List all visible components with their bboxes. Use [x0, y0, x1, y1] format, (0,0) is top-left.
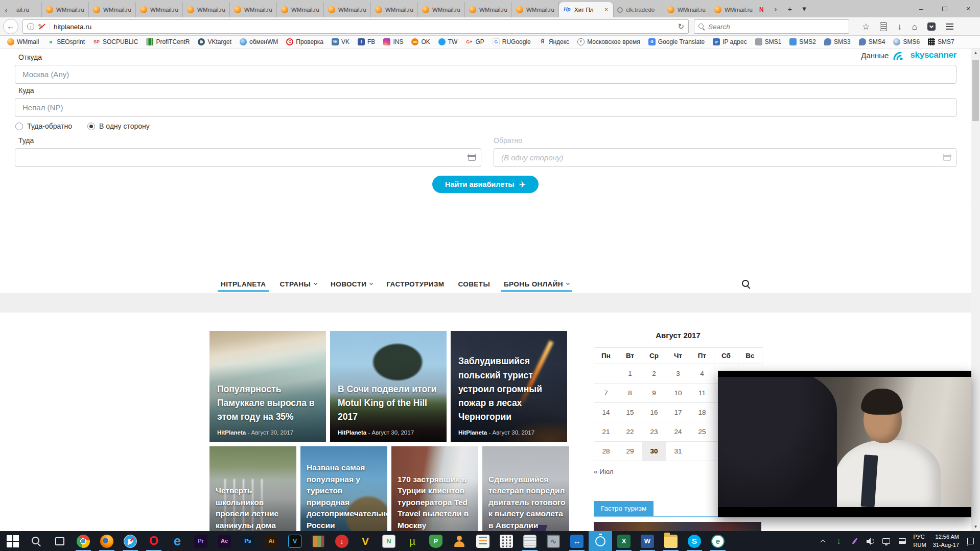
- calendar-day[interactable]: 7: [594, 384, 618, 403]
- action-center-icon[interactable]: [966, 537, 975, 546]
- bookmark-item[interactable]: G+GP: [462, 37, 487, 46]
- bookmark-item[interactable]: ЯЯндекс: [536, 37, 572, 46]
- taskbar-pia-vpn[interactable]: P: [424, 531, 448, 551]
- find-flights-button[interactable]: Найти авиабилеты ✈: [432, 176, 539, 193]
- address-bar[interactable]: i ✎ hitplaneta.ru ↻: [22, 19, 689, 34]
- site-info-icon[interactable]: i: [27, 23, 34, 30]
- calendar-day[interactable]: 17: [666, 403, 690, 422]
- gastro-tourism-section-header[interactable]: Гастро туризм: [594, 501, 654, 516]
- pen-tray-icon[interactable]: [850, 537, 859, 546]
- bookmark-item[interactable]: INS: [380, 37, 406, 46]
- scroll-down-arrow[interactable]: ▼: [971, 522, 980, 531]
- calendar-day[interactable]: 21: [594, 422, 618, 442]
- bookmark-item[interactable]: обменWM: [237, 37, 281, 46]
- calendar-day[interactable]: 25: [690, 422, 714, 442]
- browser-tab-wmmail[interactable]: WMmail.ru: [710, 2, 757, 17]
- bookmark-item[interactable]: »SEOsprint: [44, 37, 88, 46]
- taskbar-after-effects[interactable]: Ae: [213, 531, 236, 551]
- calendar-day[interactable]: 14: [594, 403, 618, 422]
- close-button[interactable]: ×: [956, 0, 980, 17]
- bookmark-item[interactable]: GGoogle Translate: [645, 37, 708, 46]
- pocket-icon[interactable]: [927, 22, 936, 31]
- minimize-button[interactable]: –: [909, 0, 933, 17]
- browser-tab-wmmail[interactable]: WMmail.ru: [230, 2, 277, 17]
- to-input[interactable]: Непал (NP): [15, 98, 956, 117]
- reload-icon[interactable]: ↻: [678, 22, 684, 31]
- bookmark-item[interactable]: SMS7: [925, 37, 958, 46]
- bookmark-item[interactable]: SMS1: [752, 37, 785, 46]
- volume-icon[interactable]: [866, 537, 875, 546]
- oneway-radio[interactable]: В одну сторону: [87, 122, 150, 130]
- taskbar-skype[interactable]: S: [683, 531, 706, 551]
- taskbar-start[interactable]: [1, 531, 25, 551]
- calendar-day[interactable]: 3: [666, 364, 690, 384]
- taskbar-firefox[interactable]: [95, 531, 119, 551]
- search-bar[interactable]: Search: [694, 19, 849, 34]
- taskbar-person[interactable]: [448, 531, 471, 551]
- previous-month-link[interactable]: « Июл: [594, 468, 614, 475]
- downloads-icon[interactable]: ↓: [897, 22, 902, 31]
- browser-tab-wmmail[interactable]: WMmail.ru: [42, 2, 89, 17]
- taskbar-file-explorer[interactable]: [659, 531, 683, 551]
- taskbar-edge[interactable]: e: [166, 531, 189, 551]
- taskbar-media-player[interactable]: [307, 531, 330, 551]
- bookmark-item[interactable]: SMS4: [856, 37, 889, 46]
- browser-tab-wmmail[interactable]: WMmail.ru: [183, 2, 230, 17]
- site-search-icon[interactable]: [742, 280, 750, 288]
- browser-tab-wmmail[interactable]: WMmail.ru: [89, 2, 136, 17]
- taskbar-freemake[interactable]: V: [354, 531, 377, 551]
- taskbar-word[interactable]: W: [636, 531, 659, 551]
- new-tab-button[interactable]: +: [783, 1, 797, 16]
- taskbar-notepad[interactable]: [518, 531, 542, 551]
- tab-scroll-right-button[interactable]: ›: [768, 1, 783, 16]
- taskbar-teamviewer[interactable]: ↔: [565, 531, 589, 551]
- bookmark-item[interactable]: GRUGoogle: [489, 37, 534, 46]
- taskbar-chrome[interactable]: [72, 531, 95, 551]
- browser-tab-globe[interactable]: clk.tradedo: [613, 2, 663, 17]
- taskbar-task-view[interactable]: [48, 531, 72, 551]
- bookmark-item[interactable]: WMmail: [4, 37, 42, 46]
- nav-item-countries[interactable]: СТРАНЫ: [280, 280, 317, 288]
- calendar-icon[interactable]: [468, 154, 476, 161]
- bookmark-item[interactable]: TW: [435, 37, 461, 46]
- bookmark-item[interactable]: SMS2: [786, 37, 819, 46]
- back-button[interactable]: ←: [3, 19, 18, 34]
- bookmark-star-icon[interactable]: ☆: [862, 22, 870, 31]
- browser-tab-hitplaneta[interactable]: HpХит Пл×: [559, 2, 613, 17]
- nav-item-home[interactable]: HITPLANETA: [221, 280, 266, 288]
- calendar-day[interactable]: 4: [690, 364, 714, 384]
- article-card[interactable]: Популярность Памуккале выросла в этом го…: [209, 331, 326, 442]
- bookmark-item[interactable]: OKOK: [408, 37, 433, 46]
- calendar-day[interactable]: 22: [618, 422, 642, 442]
- calendar-day[interactable]: 29: [618, 442, 642, 461]
- taskbar-illustrator[interactable]: Ai: [260, 531, 283, 551]
- browser-tab-wmmail[interactable]: WMmail.ru: [324, 2, 371, 17]
- taskbar-resource-monitor[interactable]: ∿: [542, 531, 565, 551]
- bookmark-item[interactable]: Московское время: [574, 37, 643, 46]
- browser-tab-wmmail[interactable]: WMmail.ru: [512, 2, 559, 17]
- network-icon[interactable]: [882, 537, 891, 546]
- tab-scroll-left-button[interactable]: ‹: [0, 2, 12, 17]
- nav-item-gastrotourism[interactable]: ГАСТРОТУРИЗМ: [386, 280, 444, 288]
- taskbar-search[interactable]: [25, 531, 48, 551]
- taskbar-notepad-plus[interactable]: N: [377, 531, 401, 551]
- roundtrip-radio[interactable]: Туда-обратно: [15, 122, 72, 130]
- language-indicator[interactable]: РУС RUM: [914, 533, 926, 549]
- bookmark-item[interactable]: fFB: [355, 37, 378, 46]
- browser-tab-wmmail[interactable]: WMmail.ru: [663, 2, 710, 17]
- browser-tab-wmmail[interactable]: WMmail.ru: [136, 2, 183, 17]
- nav-item-news[interactable]: НОВОСТИ: [331, 280, 372, 288]
- nav-item-booking[interactable]: БРОНЬ ОНЛАЙН: [504, 280, 569, 288]
- bookmark-item[interactable]: IPIP адрес: [710, 37, 750, 46]
- taskbar-opera[interactable]: O: [142, 531, 166, 551]
- browser-tab-wmmail[interactable]: WMmail.ru: [277, 2, 324, 17]
- browser-tab-wmmail[interactable]: WMmail.ru: [418, 2, 465, 17]
- scrollbar-thumb[interactable]: [972, 60, 979, 121]
- calendar-day[interactable]: 8: [618, 384, 642, 403]
- taskbar-eset[interactable]: e: [706, 531, 730, 551]
- reading-list-icon[interactable]: [880, 22, 887, 31]
- depart-date-input[interactable]: [15, 148, 481, 167]
- calendar-day[interactable]: 2: [642, 364, 666, 384]
- home-icon[interactable]: ⌂: [912, 22, 917, 31]
- calendar-day[interactable]: 30: [642, 442, 666, 461]
